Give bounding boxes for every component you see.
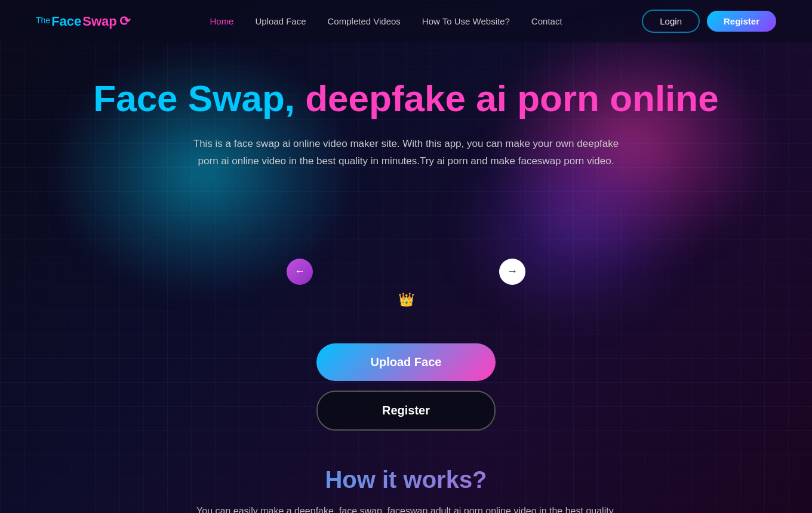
logo-icon: ⟳ — [119, 14, 130, 29]
hero-title: Face Swap, deepfake ai porn online — [12, 78, 800, 119]
cta-section: Upload Face Register — [0, 337, 812, 454]
login-button[interactable]: Login — [642, 10, 700, 33]
logo-the: The — [36, 16, 50, 25]
register-main-button[interactable]: Register — [316, 391, 496, 431]
navbar: The Face Swap ⟳ Home Upload Face Complet… — [0, 0, 812, 42]
how-it-works-title: How it works? — [36, 466, 776, 493]
nav-upload-face[interactable]: Upload Face — [255, 16, 306, 26]
nav-how-to-use[interactable]: How To Use Website? — [422, 16, 510, 26]
register-button[interactable]: Register — [707, 11, 776, 32]
hero-description: This is a face swap ai online video make… — [185, 136, 627, 170]
how-it-works-section: How it works? You can easily make a deep… — [0, 454, 812, 513]
nav-contact[interactable]: Contact — [531, 16, 562, 26]
logo[interactable]: The Face Swap ⟳ — [36, 14, 130, 29]
nav-links: Home Upload Face Completed Videos How To… — [210, 16, 562, 27]
hero-section: Face Swap, deepfake ai porn online This … — [0, 42, 812, 224]
hero-title-part2: deepfake ai porn online — [305, 78, 718, 119]
carousel-next-button[interactable]: → — [499, 259, 525, 285]
carousel-area: ← → 👑 — [0, 224, 812, 320]
logo-swap: Swap — [82, 14, 116, 29]
carousel-prev-button[interactable]: ← — [287, 259, 313, 285]
nav-home[interactable]: Home — [210, 16, 233, 26]
nav-buttons: Login Register — [642, 10, 776, 33]
upload-face-button[interactable]: Upload Face — [316, 343, 496, 381]
carousel-center-icon: 👑 — [398, 292, 414, 308]
nav-completed-videos[interactable]: Completed Videos — [328, 16, 401, 26]
logo-face: Face — [51, 14, 81, 29]
hero-title-part1: Face Swap, — [93, 78, 295, 119]
how-it-works-description: You can easily make a deepfake, face swa… — [161, 503, 651, 513]
